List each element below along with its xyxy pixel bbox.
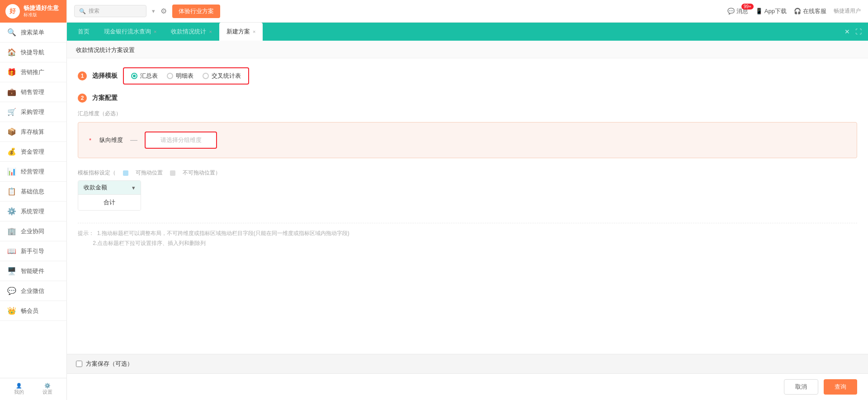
metrics-sub-row: 合计 (78, 195, 141, 210)
save-plan-label: 方案保存（可选） (86, 360, 133, 368)
radio-summary-label: 汇总表 (140, 72, 158, 80)
sidebar-item-purchase[interactable]: 🛒采购管理 (0, 102, 66, 122)
save-plan-checkbox[interactable] (76, 361, 82, 367)
dimension-select-button[interactable]: 请选择分组维度 (145, 132, 217, 149)
member-label: 畅会员 (21, 307, 38, 315)
step1-label: 选择模板 (92, 72, 118, 80)
online-service-link[interactable]: 🎧 在线客服 (794, 7, 826, 15)
sidebar-nav: 🔍搜索菜单🏠快捷导航🎁营销推广💼销售管理🛒采购管理📦库存核算💰资金管理📊经营管理… (0, 23, 66, 378)
purchase-label: 采购管理 (21, 108, 44, 116)
sidebar-item-operations[interactable]: 📊经营管理 (0, 162, 66, 182)
hint-movable-label: 可拖动位置 (136, 169, 163, 177)
sidebar-item-wechat[interactable]: 💬企业微信 (0, 281, 66, 301)
radio-detail[interactable]: 明细表 (167, 72, 193, 80)
system-label: 系统管理 (21, 207, 44, 216)
sidebar-item-sales[interactable]: 💼销售管理 (0, 82, 66, 102)
hint-fixed-label: 不可拖动位置） (183, 169, 221, 177)
topbar-gear-icon[interactable]: ⚙ (160, 7, 167, 15)
finance-icon: 💰 (7, 147, 16, 156)
radio-cross-label: 交叉统计表 (212, 72, 241, 80)
radio-detail-label: 明细表 (176, 72, 193, 80)
action-bar: 取消 查询 (67, 373, 868, 400)
tab-new-plan-label: 新建方案 (226, 28, 250, 36)
sidebar-item-finance[interactable]: 💰资金管理 (0, 142, 66, 162)
enterprise-icon: 🏢 (7, 227, 16, 235)
metrics-dropdown-arrow[interactable]: ▾ (132, 184, 135, 191)
sidebar-item-system[interactable]: ⚙️系统管理 (0, 202, 66, 221)
metrics-header: 收款金额 ▾ (78, 181, 141, 195)
marketing-icon: 🎁 (7, 68, 16, 76)
system-icon: ⚙️ (7, 207, 16, 216)
quick-nav-label: 快捷导航 (21, 48, 44, 56)
search-menu-icon: 🔍 (7, 28, 16, 37)
tab-receipt-stats[interactable]: 收款情况统计 × (164, 23, 219, 41)
sidebar-bottom-item2[interactable]: ⚙️设置 (42, 383, 52, 395)
logo-tag: 标准版 (24, 12, 59, 18)
sidebar-item-inventory[interactable]: 📦库存核算 (0, 122, 66, 142)
sidebar-logo: 好 畅捷通好生意 标准版 (0, 0, 66, 23)
finance-label: 资金管理 (21, 148, 44, 156)
step1-badge: 1 (78, 71, 87, 80)
topbar-search-box: 🔍 搜索 (74, 5, 146, 17)
message-badge: 99+ (741, 4, 754, 9)
sidebar-item-quick-nav[interactable]: 🏠快捷导航 (0, 42, 66, 62)
sales-label: 销售管理 (21, 88, 44, 96)
basic-info-label: 基础信息 (21, 188, 44, 196)
tab-bank-flow[interactable]: 现金银行流水查询 × (97, 23, 164, 41)
template-radio-group: 汇总表 明细表 交叉统计表 (123, 67, 249, 85)
tab-bank-flow-close[interactable]: × (154, 29, 156, 34)
movable-dot (123, 170, 128, 176)
sidebar-item-search-menu[interactable]: 🔍搜索菜单 (0, 23, 66, 42)
step2-section: 2 方案配置 汇总维度（必选） * 纵向维度 — 请选择分组维度 (78, 94, 857, 254)
window-close-btn[interactable]: ✕ (842, 28, 853, 35)
sidebar-item-enterprise[interactable]: 🏢企业协同 (0, 221, 66, 241)
radio-summary[interactable]: 汇总表 (131, 72, 158, 80)
query-button[interactable]: 查询 (824, 379, 857, 395)
sidebar-item-smart-hw[interactable]: 🖥️智能硬件 (0, 261, 66, 281)
metrics-hint-row: 模板指标设定（ 可拖动位置 不可拖动位置） (78, 169, 857, 177)
cancel-button[interactable]: 取消 (784, 379, 818, 395)
vertical-dim-label: 纵向维度 (99, 136, 123, 144)
app-download-link[interactable]: 📱 App下载 (755, 7, 787, 15)
tab-home[interactable]: 首页 (71, 23, 97, 41)
tips-section: 提示： 1.拖动标题栏可以调整布局，不可跨维度或指标区域拖动栏目字段(只能在同一… (78, 223, 857, 254)
tab-receipt-stats-close[interactable]: × (209, 29, 212, 34)
window-expand-btn[interactable]: ⛶ (853, 28, 864, 35)
sales-icon: 💼 (7, 88, 16, 96)
tab-new-plan[interactable]: 新建方案 × (219, 23, 263, 41)
message-button[interactable]: 💬 消息 99+ (727, 7, 748, 15)
username-display: 畅捷通用户 (834, 7, 861, 15)
topbar-search-placeholder: 搜索 (89, 7, 99, 15)
logo-icon: 好 (5, 4, 20, 19)
service-icon: 🎧 (794, 8, 801, 14)
operations-icon: 📊 (7, 167, 16, 176)
search-menu-label: 搜索菜单 (21, 28, 44, 37)
sidebar-item-member[interactable]: 👑畅会员 (0, 301, 66, 321)
radio-cross-circle (203, 73, 209, 79)
sidebar-item-marketing[interactable]: 🎁营销推广 (0, 62, 66, 82)
sidebar-item-guide[interactable]: 📖新手引导 (0, 241, 66, 261)
sidebar-bottom-item[interactable]: 👤我的 (14, 383, 24, 395)
breadcrumb: 收款情况统计方案设置 (76, 47, 135, 53)
guide-label: 新手引导 (21, 247, 44, 255)
fixed-dot (170, 170, 175, 176)
trial-industry-button[interactable]: 体验行业方案 (172, 5, 220, 18)
topbar-dropdown-arrow[interactable]: ▾ (152, 8, 155, 14)
service-label: 在线客服 (803, 7, 826, 15)
radio-detail-circle (167, 73, 173, 79)
content-area: 收款情况统计方案设置 1 选择模板 汇总表 明细表 (67, 41, 868, 400)
operations-label: 经营管理 (21, 168, 44, 176)
sidebar-item-basic-info[interactable]: 📋基础信息 (0, 182, 66, 202)
step2-title-row: 2 方案配置 (78, 94, 857, 103)
radio-cross[interactable]: 交叉统计表 (203, 72, 241, 80)
member-icon: 👑 (7, 306, 16, 315)
tab-home-label: 首页 (78, 28, 90, 36)
message-icon: 💬 (727, 8, 735, 14)
metrics-table: 收款金额 ▾ 合计 (78, 180, 141, 211)
page-footer: 方案保存（可选） (67, 354, 868, 373)
quick-nav-icon: 🏠 (7, 48, 16, 56)
tab-new-plan-close[interactable]: × (253, 29, 255, 34)
step2-badge: 2 (78, 94, 87, 103)
dimension-section-label: 汇总维度（必选） (78, 110, 857, 118)
enterprise-label: 企业协同 (21, 227, 44, 235)
